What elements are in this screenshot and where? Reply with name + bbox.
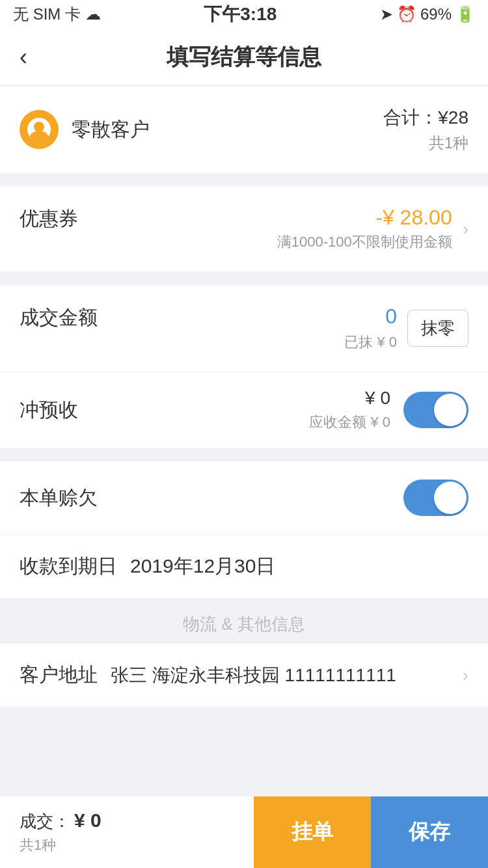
bottom-deal-amount: ¥ 0 (74, 809, 102, 832)
status-time: 下午3:18 (204, 2, 277, 27)
status-right: ➤ ⏰ 69% 🔋 (380, 5, 475, 23)
save-button[interactable]: 保存 (371, 796, 488, 868)
address-right: › (459, 665, 468, 686)
battery-text: 69% (420, 5, 452, 23)
divider-4 (0, 598, 488, 604)
due-date-value: 2019年12月30日 (130, 553, 275, 580)
bottom-count: 共1种 (20, 835, 234, 855)
debit-label: 本单赊欠 (20, 485, 98, 511)
back-button[interactable]: ‹ (20, 44, 27, 71)
content-area: 零散客户 合计：¥28 共1种 优惠券 -¥ 28.00 满1000-100不限… (0, 86, 488, 868)
bottom-deal-label: 成交： (20, 810, 70, 833)
deal-amount-sub: 已抹 ¥ 0 (344, 332, 397, 352)
divider-3 (0, 448, 488, 461)
customer-left: 零散客户 (20, 110, 150, 149)
customer-avatar (20, 110, 59, 149)
person-icon (27, 118, 51, 141)
prepay-label: 冲预收 (20, 397, 78, 424)
debit-toggle-knob (434, 481, 467, 514)
coupon-amount: -¥ 28.00 (277, 206, 452, 230)
page-title: 填写结算等信息 (167, 42, 321, 72)
total-amount: 合计：¥28 (383, 105, 468, 130)
deal-amount-row: 成交金额 已抹 ¥ 0 抹零 (0, 285, 488, 372)
logistics-divider: 物流 & 其他信息 (0, 604, 488, 644)
round-zero-button[interactable]: 抹零 (407, 310, 468, 347)
address-value: 张三 海淀永丰科技园 11111111111 (111, 663, 459, 688)
address-label: 客户地址 (20, 662, 98, 688)
coupon-row[interactable]: 优惠券 -¥ 28.00 满1000-100不限制使用金额 › (0, 186, 488, 272)
coupon-chevron: › (463, 219, 468, 239)
bottom-summary: 成交： ¥ 0 共1种 (0, 809, 254, 855)
battery-icon: 🔋 (455, 5, 475, 23)
deal-amount-input[interactable] (345, 305, 397, 329)
status-left: 无 SIM 卡 ☁ (13, 4, 101, 25)
toggle-knob (434, 394, 467, 426)
hold-button[interactable]: 挂单 (254, 796, 371, 868)
address-row[interactable]: 客户地址 张三 海淀永丰科技园 11111111111 › (0, 644, 488, 707)
debit-toggle[interactable] (403, 480, 468, 516)
prepay-sub: 应收金额 ¥ 0 (309, 413, 390, 432)
nav-bar: ‹ 填写结算等信息 (0, 29, 488, 86)
prepay-row: 冲预收 ¥ 0 应收金额 ¥ 0 (0, 372, 488, 448)
divider-2 (0, 272, 488, 285)
coupon-subtext: 满1000-100不限制使用金额 (277, 232, 452, 252)
customer-totals: 合计：¥28 共1种 (383, 105, 468, 154)
due-date-row[interactable]: 收款到期日 2019年12月30日 (0, 535, 488, 598)
debit-row: 本单赊欠 (0, 461, 488, 535)
total-count: 共1种 (383, 133, 468, 154)
status-bar: 无 SIM 卡 ☁ 下午3:18 ➤ ⏰ 69% 🔋 (0, 0, 488, 29)
bottom-bar: 成交： ¥ 0 共1种 挂单 保存 (0, 796, 488, 868)
prepay-toggle[interactable] (403, 392, 468, 428)
divider-1 (0, 173, 488, 186)
alarm-icon: ⏰ (397, 5, 416, 23)
prepay-value: ¥ 0 (309, 388, 390, 409)
coupon-label: 优惠券 (20, 206, 78, 232)
due-date-label: 收款到期日 (20, 553, 117, 580)
address-chevron: › (463, 665, 468, 686)
signal-text: 无 SIM 卡 ☁ (13, 4, 101, 25)
customer-name: 零散客户 (72, 116, 150, 143)
logistics-label: 物流 & 其他信息 (183, 613, 305, 636)
customer-section: 零散客户 合计：¥28 共1种 (0, 86, 488, 173)
location-icon: ➤ (380, 5, 393, 23)
deal-amount-label: 成交金额 (20, 305, 98, 331)
